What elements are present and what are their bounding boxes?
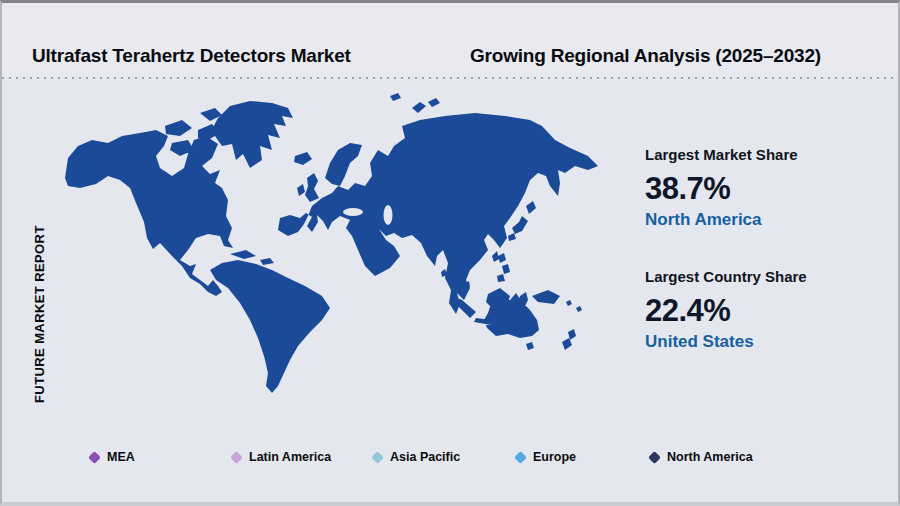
caspian-sea-cutout bbox=[384, 205, 393, 225]
world-map-landmass bbox=[65, 93, 598, 393]
world-map-svg bbox=[60, 88, 650, 418]
stat-region: United States bbox=[645, 332, 895, 352]
stat-value: 38.7% bbox=[645, 171, 895, 207]
legend-dot-icon bbox=[230, 451, 243, 464]
legend-dot-icon bbox=[648, 451, 661, 464]
legend-label: MEA bbox=[107, 450, 135, 464]
legend-item-latin-america: Latin America bbox=[232, 450, 331, 464]
legend-label: Asia Pacific bbox=[390, 450, 460, 464]
brand-vertical-label: FUTURE MARKET REPORT bbox=[32, 231, 47, 403]
legend-dot-icon bbox=[514, 451, 527, 464]
legend: MEA Latin America Asia Pacific Europe No… bbox=[2, 450, 898, 470]
infographic-frame: Ultrafast Terahertz Detectors Market Gro… bbox=[0, 0, 900, 506]
black-sea-cutout bbox=[343, 208, 363, 216]
stat-value: 22.4% bbox=[645, 293, 895, 329]
legend-item-europe: Europe bbox=[516, 450, 576, 464]
stat-region: North America bbox=[645, 210, 895, 230]
legend-dot-icon bbox=[371, 451, 384, 464]
page-title: Ultrafast Terahertz Detectors Market bbox=[32, 45, 351, 67]
world-map bbox=[60, 88, 650, 418]
legend-item-north-america: North America bbox=[650, 450, 753, 464]
legend-dot-icon bbox=[88, 451, 101, 464]
page-subtitle: Growing Regional Analysis (2025–2032) bbox=[470, 45, 821, 67]
stat-market-share: Largest Market Share 38.7% North America bbox=[645, 146, 895, 230]
legend-label: Latin America bbox=[249, 450, 331, 464]
stat-label: Largest Country Share bbox=[645, 268, 895, 285]
header-band: Ultrafast Terahertz Detectors Market Gro… bbox=[2, 3, 898, 78]
dotted-divider bbox=[2, 77, 898, 79]
stat-label: Largest Market Share bbox=[645, 146, 895, 163]
legend-label: Europe bbox=[533, 450, 576, 464]
legend-item-asia-pacific: Asia Pacific bbox=[373, 450, 460, 464]
legend-item-mea: MEA bbox=[90, 450, 135, 464]
stat-country-share: Largest Country Share 22.4% United State… bbox=[645, 268, 895, 352]
legend-label: North America bbox=[667, 450, 753, 464]
